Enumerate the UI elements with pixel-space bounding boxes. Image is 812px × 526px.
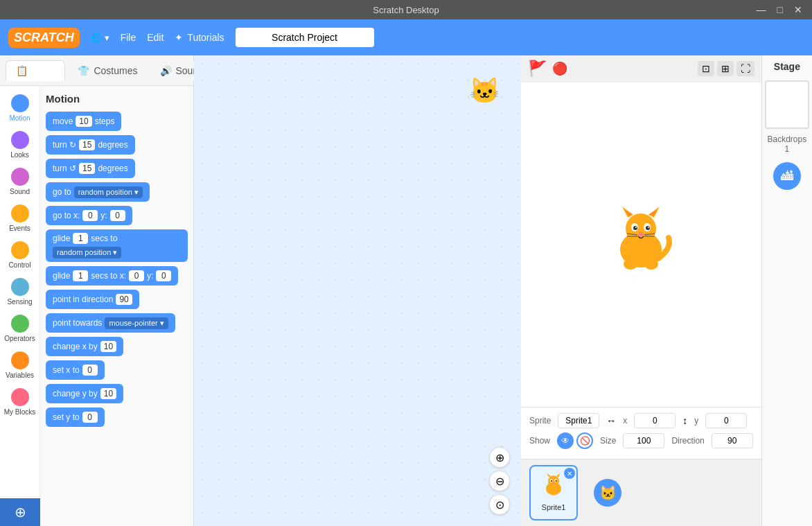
svg-point-20 xyxy=(548,475,559,486)
category-control[interactable]: Control xyxy=(0,238,39,272)
backdrops-label: Backdrops xyxy=(765,134,809,144)
category-sensing[interactable]: Sensing xyxy=(0,275,39,309)
maximize-button[interactable]: □ xyxy=(773,4,787,15)
svg-point-26 xyxy=(556,480,557,482)
block-setx[interactable]: set x to 0 xyxy=(46,360,105,380)
stage-thumbnail[interactable] xyxy=(765,80,809,129)
block-goto[interactable]: go to random position ▾ xyxy=(46,182,150,202)
add-extension-bar[interactable]: ⊕ xyxy=(0,498,40,526)
block-move[interactable]: move 10 steps xyxy=(46,112,121,131)
size-label: Size xyxy=(600,436,616,446)
svg-point-17 xyxy=(624,258,637,270)
block-move-value[interactable]: 10 xyxy=(76,116,91,127)
operators-label: Operators xyxy=(4,335,35,343)
block-changey-value[interactable]: 10 xyxy=(100,388,116,399)
category-events[interactable]: Events xyxy=(0,202,39,236)
add-backdrop-button[interactable]: 🏙 xyxy=(773,162,801,190)
zoom-reset-icon: ⊙ xyxy=(495,498,504,511)
sprite-name-input[interactable] xyxy=(558,413,599,428)
block-glide2-secs[interactable]: 1 xyxy=(73,270,88,281)
block-glide1[interactable]: glide 1 secs to random position ▾ xyxy=(46,229,188,262)
tutorials-icon: ✦ xyxy=(175,32,183,43)
direction-value-input[interactable] xyxy=(712,433,753,448)
block-direction[interactable]: point in direction 90 xyxy=(46,290,139,309)
close-button[interactable]: ✕ xyxy=(790,4,806,15)
block-glide2-y[interactable]: 0 xyxy=(156,270,171,281)
block-direction-label: point in direction xyxy=(53,295,113,304)
minimize-button[interactable]: — xyxy=(752,4,770,15)
stop-button[interactable]: 🔴 xyxy=(552,61,567,76)
events-label: Events xyxy=(9,225,30,233)
block-changex[interactable]: change x by 10 xyxy=(46,337,123,356)
stage-label: Stage xyxy=(762,55,812,78)
block-goto-label: go to xyxy=(53,187,71,197)
block-direction-value[interactable]: 90 xyxy=(116,294,132,305)
block-glide1-value[interactable]: 1 xyxy=(73,233,88,244)
green-flag-button[interactable]: 🚩 xyxy=(528,60,547,78)
block-turn-ccw-label: turn ↺ xyxy=(53,164,76,173)
code-area[interactable]: 🐱 ⊕ ⊖ ⊙ xyxy=(194,55,521,526)
blocks-area: Motion Looks Sound Events Control xyxy=(0,86,193,526)
x-label: x xyxy=(623,416,627,426)
tutorials-menu[interactable]: ✦ Tutorials xyxy=(175,32,224,43)
add-sprite-button[interactable]: 🐱 xyxy=(594,479,621,507)
block-goto-x-value[interactable]: 0 xyxy=(82,210,98,221)
show-hidden-button[interactable]: 🚫 xyxy=(576,432,593,449)
block-glide2-x[interactable]: 0 xyxy=(129,270,144,281)
backdrops-count: 1 xyxy=(765,144,809,154)
x-value-input[interactable] xyxy=(634,413,676,428)
sensing-label: Sensing xyxy=(7,298,32,306)
block-turn-ccw[interactable]: turn ↺ 15 degrees xyxy=(46,159,135,178)
direction-label: Direction xyxy=(671,436,704,446)
add-backdrop-area: 🏙 xyxy=(762,162,812,190)
stage-small-button[interactable]: ⊡ xyxy=(698,61,714,76)
myblocks-label: My Blocks xyxy=(4,408,36,417)
y-arrow-icon: ↕ xyxy=(682,415,687,426)
block-goto-y-value[interactable]: 0 xyxy=(110,210,125,221)
stage-normal-button[interactable]: ⊞ xyxy=(717,61,734,76)
window-controls[interactable]: — □ ✕ xyxy=(752,4,806,15)
zoom-in-button[interactable]: ⊕ xyxy=(489,447,510,468)
y-value-input[interactable] xyxy=(705,413,747,428)
zoom-reset-button[interactable]: ⊙ xyxy=(489,494,510,515)
block-goto-dropdown[interactable]: random position ▾ xyxy=(74,186,143,198)
category-looks[interactable]: Looks xyxy=(0,128,39,162)
block-glide1-dropdown[interactable]: random position ▾ xyxy=(53,247,121,258)
block-changey[interactable]: change y by 10 xyxy=(46,384,123,403)
block-sety-value[interactable]: 0 xyxy=(82,412,98,423)
block-towards[interactable]: point towards mouse-pointer ▾ xyxy=(46,313,175,333)
category-myblocks[interactable]: My Blocks xyxy=(0,385,39,419)
tab-costumes[interactable]: 👕 Costumes xyxy=(68,61,147,80)
block-turn-ccw-suffix: degrees xyxy=(98,164,127,173)
add-extension-button[interactable]: ⊕ xyxy=(15,504,26,520)
sprite-delete-button[interactable]: ✕ xyxy=(564,468,575,479)
tab-code[interactable]: 📋 Code xyxy=(6,60,65,81)
size-value-input[interactable] xyxy=(623,433,664,448)
block-sety[interactable]: set y to 0 xyxy=(46,407,105,427)
globe-menu[interactable]: 🌐 ▾ xyxy=(91,33,109,43)
sprites-tray: ✕ xyxy=(521,459,761,526)
block-changex-value[interactable]: 10 xyxy=(100,341,116,352)
svg-point-9 xyxy=(646,226,650,230)
category-operators[interactable]: Operators xyxy=(0,312,39,346)
category-motion[interactable]: Motion xyxy=(0,91,39,125)
block-turn-ccw-value[interactable]: 15 xyxy=(79,163,95,174)
project-name-input[interactable] xyxy=(236,28,374,47)
block-turn-cw[interactable]: turn ↻ 15 degrees xyxy=(46,135,135,155)
block-turn-cw-value[interactable]: 15 xyxy=(79,139,95,150)
block-towards-dropdown[interactable]: mouse-pointer ▾ xyxy=(105,317,168,329)
myblocks-dot xyxy=(11,388,29,406)
sprite-thumb-sprite1[interactable]: ✕ xyxy=(529,465,578,520)
file-menu[interactable]: File xyxy=(121,32,136,43)
category-sound[interactable]: Sound xyxy=(0,165,39,199)
zoom-out-button[interactable]: ⊖ xyxy=(489,471,510,491)
show-visible-button[interactable]: 👁 xyxy=(557,432,574,449)
block-goto-xy[interactable]: go to x: 0 y: 0 xyxy=(46,206,132,225)
stage-fullscreen-button[interactable]: ⛶ xyxy=(736,61,754,76)
category-variables[interactable]: Variables xyxy=(0,349,39,383)
sound-label: Sound xyxy=(10,188,30,196)
block-glide2[interactable]: glide 1 secs to x: 0 y: 0 xyxy=(46,266,178,286)
block-turn-cw-label: turn ↻ xyxy=(53,140,76,150)
edit-menu[interactable]: Edit xyxy=(147,32,164,43)
block-setx-value[interactable]: 0 xyxy=(82,365,98,376)
